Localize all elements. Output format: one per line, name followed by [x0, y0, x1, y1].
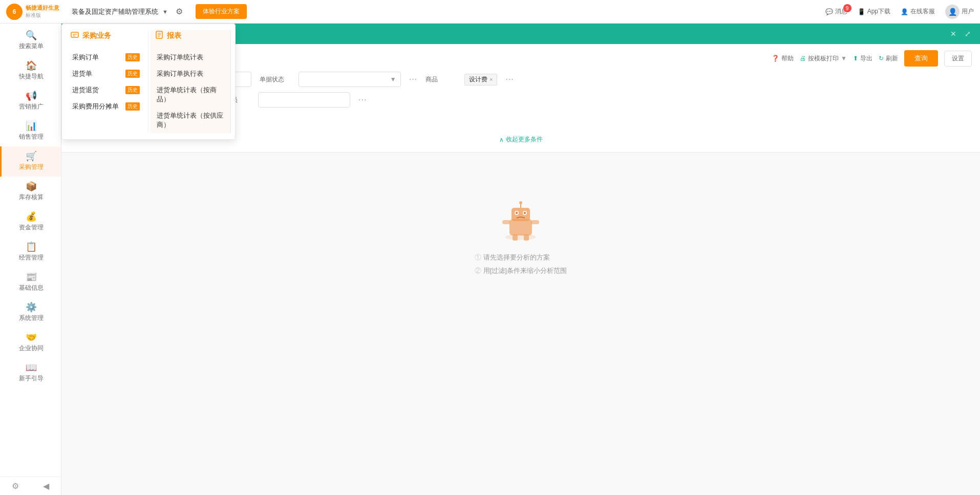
order-status-more[interactable]: ···: [409, 75, 417, 84]
menu-item-purchase-receive[interactable]: 进货单 历史: [70, 66, 142, 82]
sidebar-item-marketing[interactable]: 📢 营销推广: [0, 86, 61, 116]
sidebar-item-purchase[interactable]: 🛒 采购管理: [0, 146, 61, 177]
help-btn[interactable]: ❓ 帮助: [772, 54, 794, 63]
gear-icon: ⚙️: [26, 303, 37, 312]
sidebar-settings-btn[interactable]: ⚙: [12, 481, 19, 491]
print-btn[interactable]: 🖨 按模板打印 ▼: [800, 54, 847, 63]
sidebar-item-guide[interactable]: 📖 新手引导: [0, 358, 61, 388]
sidebar-item-finance-label: 资金管理: [19, 223, 44, 232]
goods-tag-close[interactable]: ×: [489, 76, 493, 82]
phone-icon: 📱: [858, 8, 865, 15]
svg-rect-15: [71, 32, 78, 37]
col-divider: [148, 30, 148, 133]
sidebar-item-purchase-label: 采购管理: [19, 163, 44, 171]
sidebar-item-inventory[interactable]: 📦 库存核算: [0, 177, 61, 207]
sidebar-item-basic-info[interactable]: 📰 基础信息: [0, 267, 61, 297]
menu-item-purchase-return[interactable]: 进货退货 历史: [70, 82, 142, 98]
logo-icon: 6: [6, 4, 23, 20]
system-title-text: 装备及固定资产辅助管理系统: [72, 7, 158, 16]
menu-item-receive-stat-goods[interactable]: 进货单统计表（按商品）: [155, 82, 226, 107]
salesperson-more[interactable]: ···: [358, 95, 367, 104]
sidebar-item-quick-nav[interactable]: 🏠 快捷导航: [0, 56, 61, 86]
goods-tag: 设计费 ×: [464, 74, 497, 85]
svg-rect-12: [524, 234, 529, 241]
user-area[interactable]: 👤 用户: [945, 5, 974, 19]
system-title-area: 装备及固定资产辅助管理系统 ▼ ⚙ 体验行业方案: [68, 4, 825, 19]
sidebar-item-guide-label: 新手引导: [19, 374, 44, 383]
report-col: 报表 采购订单统计表 采购订单执行表 进货单统计表（按商品） 进货单统计表（按供…: [151, 30, 231, 133]
home-icon: 🏠: [26, 61, 37, 70]
svg-rect-14: [531, 220, 539, 224]
menu-item-receive-stat-supplier[interactable]: 进货单统计表（按供应商）: [155, 107, 226, 133]
sidebar-item-system[interactable]: ⚙️ 系统管理: [0, 297, 61, 328]
chevron-down-icon: ▼: [390, 76, 396, 83]
purchase-col-header: 采购业务: [70, 30, 142, 44]
sidebar-item-inventory-label: 库存核算: [19, 193, 44, 202]
sidebar-item-finance[interactable]: 💰 资金管理: [0, 207, 61, 237]
money-icon: 💰: [26, 212, 37, 221]
print-icon: 🖨: [800, 55, 806, 62]
sidebar-item-operation-label: 经营管理: [19, 253, 44, 262]
history-badge-3: 历史: [125, 102, 140, 111]
export-btn[interactable]: ⬆ 导出: [853, 54, 872, 63]
refresh-btn[interactable]: ↻ 刷新: [879, 54, 898, 63]
purchase-col-icon: [70, 30, 79, 41]
clipboard-icon: 📋: [26, 242, 37, 251]
filter-settings-btn[interactable]: 设置: [944, 51, 972, 67]
sidebar-item-system-label: 系统管理: [19, 314, 44, 322]
chart-icon: 📊: [26, 121, 37, 131]
sidebar-item-operation[interactable]: 📋 经营管理: [0, 237, 61, 267]
service-icon: 👤: [901, 8, 908, 15]
svg-rect-13: [502, 220, 510, 224]
sidebar-item-sales[interactable]: 📊 销售管理: [0, 116, 61, 146]
empty-illustration: [495, 193, 546, 245]
sidebar-item-cooperation-label: 企业协同: [19, 344, 44, 353]
newspaper-icon: 📰: [26, 272, 37, 282]
chevron-up-icon: ∧: [499, 136, 504, 143]
tab-bar-right: ✕ ⤢: [947, 28, 980, 40]
system-dropdown-btn[interactable]: ▼: [162, 9, 168, 15]
app-download-btn[interactable]: 📱 App下载: [858, 7, 890, 16]
history-badge-2: 历史: [125, 86, 140, 94]
sidebar-item-basic-info-label: 基础信息: [19, 284, 44, 292]
menu-item-purchase-order-stat[interactable]: 采购订单统计表: [155, 49, 226, 66]
messages-btn[interactable]: 💬 消息 9: [825, 7, 847, 16]
svg-rect-3: [509, 219, 532, 235]
goods-more[interactable]: ···: [505, 75, 514, 84]
tab-expand-btn[interactable]: ⤢: [962, 28, 974, 40]
query-btn[interactable]: 查询: [904, 50, 938, 67]
sidebar-item-search-label: 搜索菜单: [19, 42, 44, 51]
goods-label: 商品: [425, 75, 456, 84]
svg-point-8: [524, 212, 526, 214]
purchase-col: 采购业务 采购订单 历史 进货单 历史 进货退货 历史 采购费用分摊单 历史: [66, 30, 146, 133]
sidebar-item-search[interactable]: 🔍 搜索菜单: [0, 26, 61, 56]
history-badge-1: 历史: [125, 70, 140, 78]
sidebar-item-cooperation[interactable]: 🤝 企业协同: [0, 328, 61, 358]
menu-item-purchase-order[interactable]: 采购订单 历史: [70, 49, 142, 66]
logo-text: 畅捷通好生意 标准版: [26, 4, 59, 19]
svg-point-7: [516, 212, 518, 214]
purchase-dropdown-menu: 采购业务 采购订单 历史 进货单 历史 进货退货 历史 采购费用分摊单 历史: [61, 24, 236, 140]
sidebar: 🔍 搜索菜单 🏠 快捷导航 📢 营销推广 📊 销售管理 🛒 采购管理 📦 库存核…: [0, 24, 61, 495]
megaphone-icon: 📢: [26, 91, 37, 100]
order-status-select[interactable]: ▼: [299, 72, 401, 87]
menu-item-purchase-order-exec[interactable]: 采购订单执行表: [155, 66, 226, 82]
sidebar-item-sales-label: 销售管理: [19, 133, 44, 141]
industry-btn[interactable]: 体验行业方案: [196, 4, 247, 19]
svg-rect-4: [512, 208, 530, 221]
user-avatar: 👤: [945, 5, 960, 19]
report-col-icon: [155, 30, 164, 41]
help-icon: ❓: [772, 55, 779, 62]
svg-text:6: 6: [13, 8, 16, 15]
salesperson-select[interactable]: [258, 92, 350, 107]
tab-close-all-btn[interactable]: ✕: [947, 28, 960, 40]
empty-state: 请先选择要分析的方案 用[过滤]条件来缩小分析范围: [61, 153, 980, 318]
sidebar-item-marketing-label: 营销推广: [19, 102, 44, 111]
handshake-icon: 🤝: [26, 333, 37, 342]
menu-item-purchase-expense[interactable]: 采购费用分摊单 历史: [70, 98, 142, 115]
sidebar-collapse-btn[interactable]: ◀: [43, 481, 49, 491]
cart-icon: 🛒: [26, 152, 37, 161]
online-service-btn[interactable]: 👤 在线客服: [901, 7, 935, 16]
system-settings-btn[interactable]: ⚙: [172, 5, 186, 19]
search-icon: 🔍: [26, 31, 37, 40]
